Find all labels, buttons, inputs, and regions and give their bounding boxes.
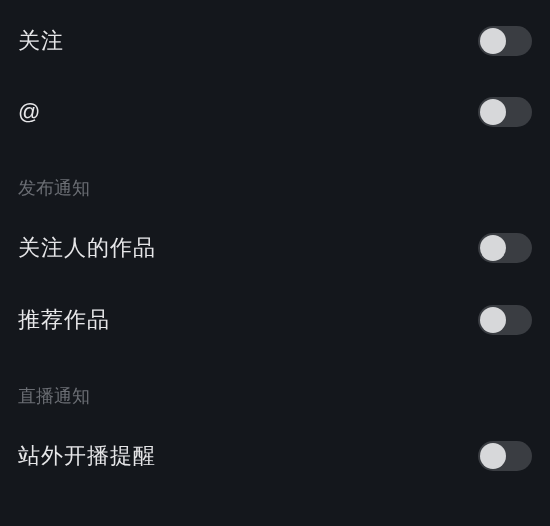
setting-row-followed-works: 关注人的作品	[0, 212, 550, 284]
toggle-knob	[480, 235, 506, 261]
toggle-knob	[480, 307, 506, 333]
toggle-knob	[480, 443, 506, 469]
setting-row-at-mention: @	[0, 76, 550, 148]
toggle-followed-works[interactable]	[478, 233, 532, 263]
toggle-external-live-reminder[interactable]	[478, 441, 532, 471]
row-label: 推荐作品	[18, 305, 110, 335]
row-label: @	[18, 99, 41, 125]
setting-row-external-live-reminder: 站外开播提醒	[0, 420, 550, 492]
row-label: 站外开播提醒	[18, 441, 156, 471]
row-label: 关注	[18, 26, 64, 56]
toggle-at-mention[interactable]	[478, 97, 532, 127]
section-header-live: 直播通知	[0, 356, 550, 420]
setting-row-follow: 关注	[0, 0, 550, 76]
toggle-recommended-works[interactable]	[478, 305, 532, 335]
toggle-knob	[480, 28, 506, 54]
toggle-knob	[480, 99, 506, 125]
toggle-follow[interactable]	[478, 26, 532, 56]
notification-settings-list: 关注 @ 发布通知 关注人的作品 推荐作品 直播通知 站外开播提醒	[0, 0, 550, 492]
row-label: 关注人的作品	[18, 233, 156, 263]
setting-row-recommended-works: 推荐作品	[0, 284, 550, 356]
section-header-publish: 发布通知	[0, 148, 550, 212]
